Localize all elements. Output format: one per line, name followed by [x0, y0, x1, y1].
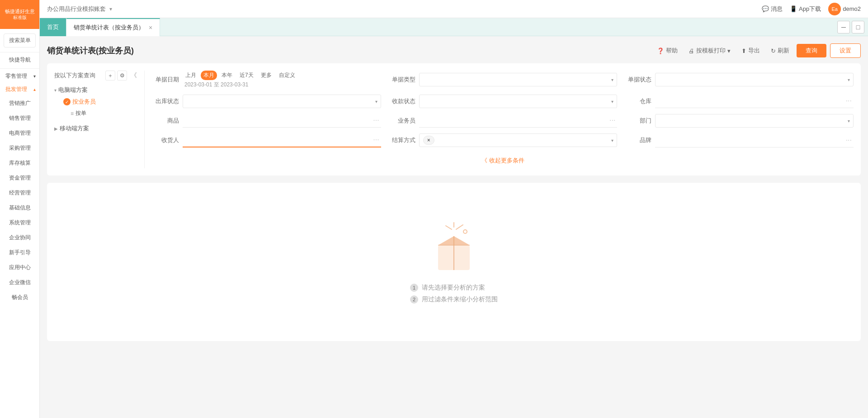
brand-dots[interactable]: ··· [844, 136, 854, 144]
print-dropdown-arrow: ▾ [727, 48, 731, 54]
date-more-btn[interactable]: 更多 [258, 71, 274, 80]
warehouse-dots[interactable]: ··· [844, 97, 854, 105]
scheme-header: 按以下方案查询 ＋ ⚙ 《 [54, 71, 139, 81]
search-menu-button[interactable]: 搜索菜单 [4, 33, 36, 48]
quick-nav-label: 快捷导航 [9, 56, 31, 64]
sidebar-item-finance[interactable]: 资金管理 [0, 171, 39, 185]
brand-input[interactable] [655, 133, 844, 147]
collapse-button[interactable]: 《 收起更多条件 [152, 153, 854, 168]
doc-status-label: 单据状态 [624, 76, 651, 84]
sidebar-item-newbie[interactable]: 新手引导 [0, 245, 39, 260]
doc-type-select[interactable] [419, 73, 618, 86]
dept-select[interactable] [655, 114, 854, 128]
scheme-group-mobile-header[interactable]: ▶ 移动端方案 [54, 123, 139, 134]
scheme-edit-button[interactable]: ⚙ [117, 71, 127, 81]
scheme-item-by-order[interactable]: ≡ 按单 [54, 108, 139, 119]
salesperson-input[interactable] [419, 114, 608, 127]
message-button[interactable]: 💬 消息 [762, 5, 783, 13]
sidebar-item-sales[interactable]: 销售管理 [0, 111, 39, 126]
print-button[interactable]: 🖨 按模板打印 ▾ [685, 45, 734, 57]
settlement-tag-close[interactable]: × [427, 137, 430, 143]
print-icon: 🖨 [689, 48, 694, 54]
scheme-collapse-button[interactable]: 《 [129, 71, 139, 81]
goods-input[interactable] [183, 114, 371, 127]
sidebar-item-wholesale[interactable]: 批发管理 ▴ [0, 83, 39, 96]
receiver-input[interactable] [183, 133, 371, 147]
sidebar-item-member[interactable]: 畅会员 [0, 290, 39, 305]
filter-row-2: 出库状态 ▾ 收款状态 ▾ 仓库 [152, 94, 854, 108]
doc-status-wrap[interactable]: ▾ [655, 73, 854, 86]
date-this-year-btn[interactable]: 本年 [219, 71, 235, 80]
mobile-group-arrow: ▶ [54, 126, 58, 131]
collapse-label: 收起更多条件 [489, 157, 524, 165]
topbar: 办公用品行业模拟账套 ▾ 💬 消息 📱 App下载 Ea demo2 [40, 0, 868, 18]
sidebar-item-basics[interactable]: 基础信息 [0, 200, 39, 215]
receipt-status-wrap[interactable]: ▾ [419, 95, 618, 108]
sidebar-item-inventory[interactable]: 库存核算 [0, 156, 39, 171]
sidebar-item-marketing[interactable]: 营销推广 [0, 96, 39, 111]
user-initials: Ea [832, 6, 838, 12]
doc-status-select[interactable] [655, 73, 854, 86]
refresh-button[interactable]: ↻ 刷新 [767, 45, 793, 57]
sidebar-item-quick-nav[interactable]: 快捷导航 [0, 52, 39, 67]
receiver-dots[interactable]: ··· [371, 136, 381, 144]
sidebar-item-ecommerce[interactable]: 电商管理 [0, 126, 39, 141]
out-status-wrap[interactable]: ▾ [183, 95, 381, 108]
filter-receipt-status: 收款状态 ▾ [388, 95, 618, 108]
sales-label: 销售管理 [9, 114, 31, 122]
sidebar-item-appstore[interactable]: 应用中心 [0, 260, 39, 275]
dept-label: 部门 [624, 117, 651, 125]
date-last-month-btn[interactable]: 上月 [183, 71, 199, 80]
goods-dots[interactable]: ··· [371, 116, 381, 124]
tab-home[interactable]: 首页 [40, 18, 66, 36]
empty-hint-1: 1 请先选择要分析的方案 [410, 284, 498, 292]
user-area[interactable]: Ea demo2 [828, 3, 861, 15]
settings-button[interactable]: 设置 [830, 43, 861, 58]
tab-sales-stat[interactable]: 销货单统计表（按业务员） × [66, 18, 160, 36]
date-last-7-btn[interactable]: 近7天 [237, 71, 256, 80]
date-this-month-btn[interactable]: 本月 [201, 71, 217, 80]
tab-home-label: 首页 [47, 23, 59, 31]
scheme-add-button[interactable]: ＋ [105, 71, 115, 81]
settlement-select[interactable]: × [419, 133, 618, 147]
sidebar-item-system[interactable]: 系统管理 [0, 215, 39, 230]
warehouse-input[interactable] [655, 94, 844, 108]
tab-maximize-button[interactable]: □ [852, 21, 864, 33]
filter-row-1: 单据日期 上月 本月 本年 近7天 更多 自定义 [152, 71, 854, 89]
receipt-status-select[interactable] [419, 95, 618, 108]
tab-close-button[interactable]: × [149, 24, 152, 31]
salesperson-dots[interactable]: ··· [608, 116, 617, 124]
goods-wrap: ··· [183, 114, 381, 128]
hint-num-1: 1 [410, 284, 418, 292]
appstore-label: 应用中心 [9, 264, 31, 271]
desktop-group-arrow: ▾ [54, 88, 57, 93]
download-icon: 📱 [790, 5, 797, 12]
out-status-select[interactable] [183, 95, 381, 108]
doc-type-wrap[interactable]: ▾ [419, 73, 618, 86]
dept-wrap[interactable]: ▾ [655, 114, 854, 128]
content-area: 销货单统计表(按业务员) ❓ 帮助 🖨 按模板打印 ▾ ⬆ 导出 ↻ 刷新 [40, 36, 868, 418]
settlement-wrap[interactable]: × ▾ [419, 133, 618, 147]
filter-dept: 部门 ▾ [624, 114, 854, 128]
scheme-group-mobile: ▶ 移动端方案 [54, 123, 139, 134]
collapse-icon: 《 [481, 157, 487, 165]
date-label: 单据日期 [152, 76, 179, 84]
sidebar-item-purchase[interactable]: 采购管理 [0, 141, 39, 156]
app-download-button[interactable]: 📱 App下载 [790, 5, 821, 13]
app-logo[interactable]: 畅捷通好生意 标准版 [0, 0, 39, 29]
sidebar-item-operations[interactable]: 经营管理 [0, 185, 39, 200]
scheme-group-desktop-header[interactable]: ▾ 电脑端方案 [54, 84, 139, 96]
export-label: 导出 [748, 47, 760, 55]
tab-minimize-button[interactable]: ─ [837, 21, 850, 33]
sidebar-item-wechat[interactable]: 企业微信 [0, 275, 39, 290]
help-button[interactable]: ❓ 帮助 [653, 45, 681, 57]
query-button[interactable]: 查询 [797, 44, 826, 57]
date-custom-btn[interactable]: 自定义 [276, 71, 298, 80]
topbar-dropdown-icon[interactable]: ▾ [109, 6, 112, 12]
date-range-text: 2023-03-01 至 2023-03-31 [184, 81, 381, 89]
sidebar-item-retail[interactable]: 零售管理 ▾ [0, 70, 39, 83]
salesperson-wrap: ··· [419, 114, 618, 128]
scheme-item-by-salesperson[interactable]: ✓ 按业务员 [54, 96, 139, 108]
sidebar-item-enterprise[interactable]: 企业协同 [0, 230, 39, 245]
export-button[interactable]: ⬆ 导出 [738, 45, 764, 57]
